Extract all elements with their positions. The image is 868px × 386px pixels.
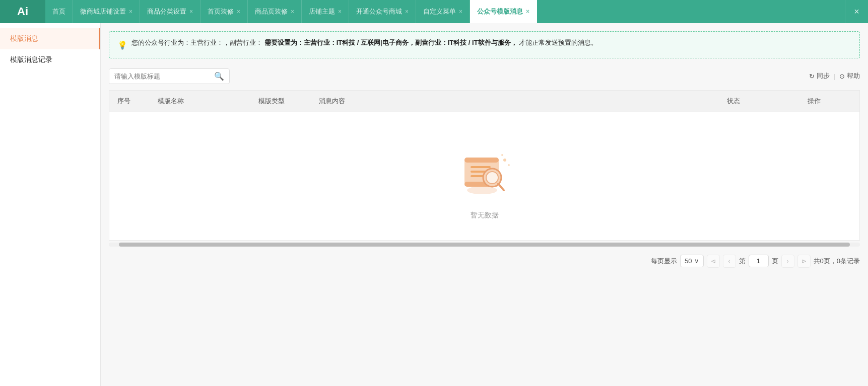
divider: | xyxy=(834,72,835,80)
total-label: 共0页，0条记录 xyxy=(814,257,860,266)
search-input[interactable] xyxy=(109,69,209,84)
per-page-label: 每页显示 xyxy=(651,257,677,266)
nav-tab-home[interactable]: 首页 xyxy=(45,0,73,23)
scrollbar-thumb[interactable] xyxy=(119,243,850,247)
top-navigation: Ai 首页 微商城店铺设置 × 商品分类设置 × 首页装修 × 商品页装修 × … xyxy=(0,0,868,23)
close-tab-3[interactable]: × xyxy=(237,8,240,15)
content-area: 💡 您的公众号行业为：主营行业：，副营行业： 需要设置为：主营行业：IT科技 /… xyxy=(101,23,868,386)
search-button[interactable]: 🔍 xyxy=(209,71,229,81)
search-icon: 🔍 xyxy=(214,72,224,81)
horizontal-scrollbar[interactable] xyxy=(109,243,860,247)
svg-rect-4 xyxy=(471,166,491,168)
empty-text: 暂无数据 xyxy=(471,211,499,220)
page-label-pre: 第 xyxy=(739,257,746,266)
close-tab-6[interactable]: × xyxy=(405,8,409,15)
svg-point-8 xyxy=(486,172,498,184)
main-layout: 模版消息 模版消息记录 💡 您的公众号行业为：主营行业：，副营行业： 需要设置为… xyxy=(0,23,868,386)
close-tab-7[interactable]: × xyxy=(459,8,462,15)
nav-tab-open-mall[interactable]: 开通公众号商城 × xyxy=(349,0,416,23)
col-header-status: 状态 xyxy=(719,90,799,112)
close-tab-1[interactable]: × xyxy=(129,8,132,15)
search-input-wrap: 🔍 xyxy=(109,68,230,84)
sidebar-item-template-msg[interactable]: 模版消息 xyxy=(0,28,100,49)
per-page-select[interactable]: 50 ∨ xyxy=(680,255,703,267)
notice-banner: 💡 您的公众号行业为：主营行业：，副营行业： 需要设置为：主营行业：IT科技 /… xyxy=(109,31,860,58)
svg-rect-2 xyxy=(464,158,499,163)
sync-button[interactable]: ↻ 同步 xyxy=(809,71,830,81)
col-header-name: 模版名称 xyxy=(150,90,250,112)
close-tab-8[interactable]: × xyxy=(526,8,529,15)
pagination: 每页显示 50 ∨ ⊲ ‹ 第 页 › ⊳ 共0页，0条记录 xyxy=(109,249,860,270)
nav-tab-custom-menu[interactable]: 自定义菜单 × xyxy=(416,0,470,23)
close-tab-5[interactable]: × xyxy=(338,8,342,15)
last-page-button[interactable]: ⊳ xyxy=(797,255,811,268)
close-tab-2[interactable]: × xyxy=(189,8,193,15)
col-header-content: 消息内容 xyxy=(311,90,719,112)
next-page-button[interactable]: › xyxy=(781,255,794,268)
close-tab-4[interactable]: × xyxy=(291,8,294,15)
empty-state: 暂无数据 xyxy=(109,112,859,240)
col-header-index: 序号 xyxy=(109,90,150,112)
sync-icon: ↻ xyxy=(809,72,815,80)
empty-illustration xyxy=(454,142,515,203)
dropdown-icon: ∨ xyxy=(694,257,699,265)
col-header-type: 模版类型 xyxy=(250,90,311,112)
data-table: 序号 模版名称 模版类型 消息内容 状态 操作 xyxy=(109,90,860,241)
logo: Ai xyxy=(0,0,45,23)
help-icon: ⊙ xyxy=(839,72,845,80)
page-label-post: 页 xyxy=(772,257,778,266)
col-header-action: 操作 xyxy=(799,90,860,112)
nav-tab-product-decor[interactable]: 商品页装修 × xyxy=(248,0,302,23)
help-button[interactable]: ⊙ 帮助 xyxy=(839,71,860,81)
nav-tabs: 首页 微商城店铺设置 × 商品分类设置 × 首页装修 × 商品页装修 × 店铺主… xyxy=(45,0,845,23)
nav-tab-theme[interactable]: 店铺主题 × xyxy=(302,0,349,23)
nav-tab-category[interactable]: 商品分类设置 × xyxy=(140,0,201,23)
sidebar: 模版消息 模版消息记录 xyxy=(0,23,101,386)
page-number-input[interactable] xyxy=(749,255,769,267)
search-bar: 🔍 ↻ 同步 | ⊙ 帮助 xyxy=(109,68,860,84)
nav-tab-template-msg[interactable]: 公众号模版消息 × xyxy=(470,0,537,23)
first-page-button[interactable]: ⊲ xyxy=(707,255,720,268)
svg-point-11 xyxy=(508,164,510,166)
nav-tab-shop-settings[interactable]: 微商城店铺设置 × xyxy=(73,0,140,23)
svg-point-10 xyxy=(503,159,506,162)
svg-point-12 xyxy=(501,154,503,156)
svg-line-9 xyxy=(498,184,504,190)
close-all-tabs-button[interactable]: × xyxy=(845,0,868,23)
sidebar-item-template-msg-records[interactable]: 模版消息记录 xyxy=(0,49,100,70)
bulb-icon: 💡 xyxy=(117,39,127,52)
toolbar-right: ↻ 同步 | ⊙ 帮助 xyxy=(809,71,860,81)
nav-tab-homepage-decor[interactable]: 首页装修 × xyxy=(201,0,248,23)
prev-page-button[interactable]: ‹ xyxy=(723,255,736,268)
